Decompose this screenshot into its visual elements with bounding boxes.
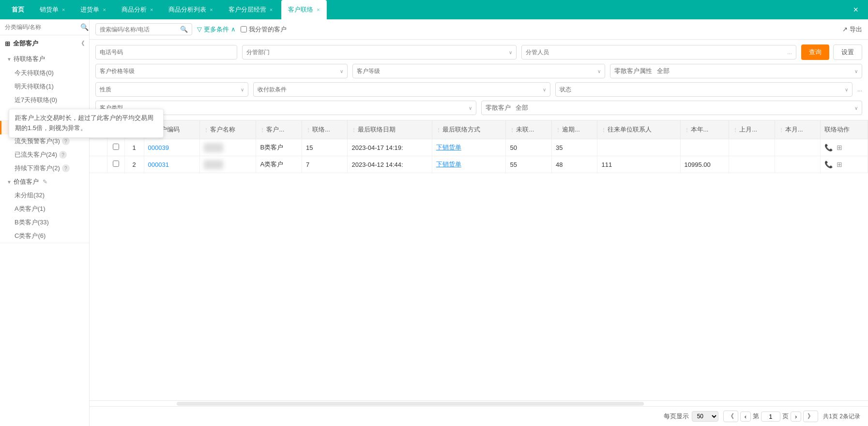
filter-payment[interactable]: 收付款条件 ∨ (253, 82, 550, 97)
row-not-contact: 50 (506, 139, 552, 156)
row-name[interactable] (200, 156, 256, 173)
tab-customer-contact[interactable]: 客户联络 × (281, 0, 326, 19)
settings-button[interactable]: 设置 (833, 44, 862, 60)
filter-row-3: 性质 ∨ 收付款条件 ∨ 状态 ∨ ... (95, 82, 862, 97)
row-code[interactable]: 000039 (144, 139, 200, 156)
row-gear (90, 139, 107, 156)
grid-icon: ⊞ (5, 40, 10, 47)
table-area: 距客户上次交易时长，超过了此客户的平均交易周期的1.5倍，则视为异常。 ⚙ ⋮客… (90, 120, 868, 400)
row-not-contact: 55 (506, 156, 552, 173)
row-last-contact-method[interactable]: 下销货单 (432, 139, 506, 156)
row-customer-type: A类客户 (256, 156, 302, 173)
action-menu-icon[interactable]: ⊞ (837, 144, 842, 151)
close-tab-customer-segment[interactable]: × (270, 7, 273, 13)
action-menu-icon[interactable]: ⊞ (837, 161, 842, 168)
filter-price-level[interactable]: 客户价格等级 ∨ (95, 64, 348, 78)
table-row: 1 000039 B类客户 15 2023-04-17 14:19: 下销货单 … (90, 139, 868, 156)
search-icon[interactable]: 🔍 (180, 26, 188, 33)
tab-home[interactable]: 首页 (5, 0, 31, 19)
filter-icon: ▽ (197, 26, 202, 33)
col-not-contact: ⋮未联... (506, 120, 552, 139)
sidebar-search-area: 🔍 (0, 19, 89, 35)
query-button[interactable]: 查询 (801, 44, 829, 60)
filter-person[interactable]: 分管人员 … (521, 45, 796, 59)
sidebar-item-continuing-down[interactable]: 持续下滑客户(2) ? (0, 162, 89, 175)
customer-type-arrow: ∨ (469, 105, 472, 111)
filter-customer-level[interactable]: 客户等级 ∨ (352, 64, 605, 78)
col-contact-count: ⋮联络... (302, 120, 348, 139)
sidebar-item-7days[interactable]: 近7天待联络(0) (0, 93, 89, 107)
customer-level-arrow: ∨ (597, 69, 601, 74)
price-level-label: 客户价格等级 (100, 67, 135, 75)
row-this-month (775, 156, 821, 173)
tab-sales[interactable]: 销货单 × (33, 0, 72, 19)
filter-retail-customer[interactable]: 零散客户 全部 ∨ (481, 101, 862, 115)
tab-product-analysis[interactable]: 商品分析 × (115, 0, 160, 19)
top-navigation: 首页 销货单 × 进货单 × 商品分析 × 商品分析列表 × 客户分层经营 × … (0, 0, 868, 19)
pending-arrow-icon: ▼ (7, 57, 12, 62)
value-group-edit-icon[interactable]: ✎ (43, 178, 47, 185)
filter-row-1: 电话号码 分管部门 ∨ 分管人员 … 查询 设置 (95, 44, 862, 60)
row-last-contact-method[interactable]: 下销货单 (432, 156, 506, 173)
retail-attr-label: 零散客户属性 全部 (614, 67, 670, 75)
person-label: 分管人员 (526, 48, 549, 57)
filter-dept[interactable]: 分管部门 ∨ (242, 45, 517, 59)
close-tab-sales[interactable]: × (62, 7, 65, 13)
sidebar-item-tomorrow[interactable]: 明天待联络(1) (0, 80, 89, 93)
filter-phone[interactable]: 电话号码 (95, 45, 237, 59)
page-number-input[interactable] (761, 411, 780, 422)
col-name: ⋮客户名称 (200, 120, 256, 139)
row-name[interactable] (200, 139, 256, 156)
sidebar-collapse-btn[interactable]: 《 (78, 40, 84, 48)
row-checkbox-0[interactable] (113, 144, 119, 150)
close-tab-product-list[interactable]: × (210, 7, 213, 13)
export-button[interactable]: ↗ 导出 (842, 25, 862, 34)
sidebar-item-c-class[interactable]: C类客户(6) (0, 229, 89, 243)
search-wrap: 🔍 (95, 23, 192, 35)
horizontal-scrollbar[interactable] (90, 400, 868, 406)
page-size-select[interactable]: 50 20 100 (692, 411, 718, 422)
filter-status[interactable]: 状态 ∨ (555, 82, 853, 97)
filter-retail-attr[interactable]: 零散客户属性 全部 ∨ (610, 64, 862, 78)
my-customers-checkbox[interactable] (241, 26, 247, 32)
row-contact-count: 7 (302, 156, 348, 173)
row-action: 📞 ⊞ (821, 139, 868, 156)
prev-page-btn[interactable]: ‹ (740, 411, 751, 422)
payment-arrow: ∨ (543, 87, 546, 92)
value-group-title[interactable]: ▼ 价值客户 ✎ (0, 175, 89, 189)
next-page-btn[interactable]: › (791, 411, 801, 422)
filter-gender[interactable]: 性质 ∨ (95, 82, 248, 97)
row-check[interactable] (107, 156, 124, 173)
more-conditions-btn[interactable]: ▽ 更多条件 ∧ (197, 25, 236, 34)
close-tab-customer-contact[interactable]: × (317, 7, 320, 13)
sidebar-item-b-class[interactable]: B类客户(33) (0, 216, 89, 229)
sidebar-search-icon[interactable]: 🔍 (80, 23, 89, 31)
row-checkbox-1[interactable] (113, 161, 119, 167)
first-page-btn[interactable]: 《 (723, 411, 738, 422)
row-this-month (775, 139, 821, 156)
value-group: ▼ 价值客户 ✎ 未分组(32) A类客户(1) B类客户(33) C类客户(6… (0, 175, 89, 243)
tab-purchase[interactable]: 进货单 × (74, 0, 112, 19)
close-tab-product-analysis[interactable]: × (150, 7, 153, 13)
tab-product-list[interactable]: 商品分析列表 × (162, 0, 219, 19)
pending-group-title[interactable]: ▼ 待联络客户 (0, 52, 89, 66)
sidebar-item-already-lost[interactable]: 已流失客户(24) ? (0, 148, 89, 162)
window-close-button[interactable]: × (848, 5, 863, 15)
close-tab-purchase[interactable]: × (103, 7, 106, 13)
sidebar-search-input[interactable] (5, 24, 77, 30)
row-code[interactable]: 000031 (144, 156, 200, 173)
sidebar-item-today[interactable]: 今天待联络(0) (0, 66, 89, 80)
filter-more-btn[interactable]: ... (857, 86, 862, 93)
sidebar-item-ungrouped[interactable]: 未分组(32) (0, 189, 89, 202)
per-page-label: 每页显示 (664, 412, 689, 421)
action-phone-icon[interactable]: 📞 (824, 144, 833, 151)
page-suffix: 页 (782, 412, 789, 421)
search-input[interactable] (100, 26, 177, 33)
action-phone-icon[interactable]: 📞 (824, 161, 833, 168)
all-customers-section[interactable]: ⊞ 全部客户 《 (0, 35, 89, 52)
tab-customer-segment[interactable]: 客户分层经营 × (222, 0, 279, 19)
page-total: 共1页 2条记录 (823, 412, 860, 421)
last-page-btn[interactable]: 》 (803, 411, 818, 422)
row-check[interactable] (107, 139, 124, 156)
sidebar-item-a-class[interactable]: A类客户(1) (0, 202, 89, 216)
